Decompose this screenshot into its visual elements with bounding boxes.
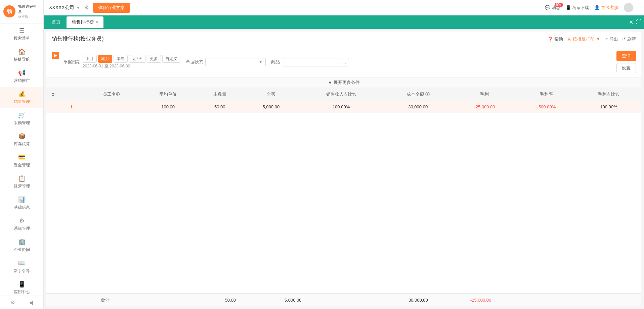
sidebar-item-enterprise[interactable]: 🏢 企业协同 [0, 235, 43, 256]
table-header-row: ⚙ 员工名称 平均单价 主数量 全额 销售收入占比% 成本全额 ⓘ 毛利 毛利率… [46, 88, 641, 101]
print-button[interactable]: 🖨 按模板打印 ▼ [567, 36, 600, 42]
row-gross-pct: 100.00% [576, 101, 641, 113]
filter-toggle-icon[interactable]: ▶ [52, 52, 59, 59]
filter-bar: ▶ 单据日期 上月 本月 本年 近7天 [46, 47, 641, 78]
sidebar-item-purchase[interactable]: 🛒 采购管理 [0, 108, 43, 129]
date-btn-more[interactable]: 更多 [147, 55, 161, 63]
page-title: 销售排行榜(按业务员) [52, 36, 104, 43]
row-amount: 5,000.00 [243, 101, 299, 113]
sidebar-item-search[interactable]: ☰ 搜索菜单 [0, 23, 43, 45]
data-table: ⚙ 员工名称 平均单价 主数量 全额 销售收入占比% 成本全额 ⓘ 毛利 毛利率… [46, 88, 641, 113]
footer-gross-profit: -25,000.00 [449, 298, 512, 303]
tab-home[interactable]: 首页 [46, 16, 66, 28]
company-selector[interactable]: XXXXX公司 ▼ [49, 5, 80, 11]
sidebar-nav: ☰ 搜索菜单 🏠 快捷导航 📢 营销推广 💰 销售管理 🛒 采购管理 📦 库存核… [0, 23, 43, 296]
filter-collapse-btn[interactable]: ▶ [52, 51, 59, 59]
topbar-settings-icon[interactable]: ⚙ [84, 4, 89, 11]
refresh-icon: ↺ [622, 37, 626, 42]
tabbar: 首页 销售排行榜 × ✕ ⛶ [44, 15, 644, 29]
help-button[interactable]: ❓ 帮助 [548, 36, 563, 42]
sidebar-item-system[interactable]: ⚙ 系统管理 [0, 214, 43, 235]
sidebar-item-marketing[interactable]: 📢 营销推广 [0, 66, 43, 87]
sidebar-item-app-center[interactable]: 📱 应用中心 [0, 277, 43, 296]
company-name: XXXXX公司 [49, 5, 74, 11]
restore-window-icon[interactable]: ⛶ [636, 19, 641, 25]
topbar: XXXXX公司 ▼ ⚙ 体验行业方案 💬 消息 99+ 📱 App下载 👤 在线… [44, 0, 644, 15]
sidebar-item-label: 采购管理 [14, 120, 30, 126]
date-btn-this-year[interactable]: 本年 [114, 55, 128, 63]
tabbar-right: ✕ ⛶ [629, 19, 641, 25]
status-select[interactable]: ▼ [205, 58, 266, 66]
sidebar-item-basic-info[interactable]: 📊 基础信息 [0, 193, 43, 214]
tab-active-label: 销售排行榜 [72, 19, 94, 25]
col-settings-icon[interactable]: ⚙ [51, 92, 55, 97]
refresh-button[interactable]: ↺ 刷新 [622, 36, 636, 42]
sidebar-item-operations[interactable]: 📋 经营管理 [0, 171, 43, 193]
col-sales-pct: 销售收入占比% [299, 88, 384, 101]
sidebar-logo: 畅 畅康通好生意 标准版 [0, 0, 43, 23]
col-amount: 全额 [243, 88, 299, 101]
sidebar-item-inventory[interactable]: 📦 库存核算 [0, 129, 43, 150]
sidebar-item-label: 营销推广 [14, 78, 30, 84]
help-icon: ❓ [548, 37, 553, 42]
finance-icon: 💳 [18, 154, 26, 161]
date-btn-last-month[interactable]: 上月 [83, 55, 97, 63]
message-icon: 💬 [545, 5, 550, 10]
app-download-button[interactable]: 📱 App下载 [566, 5, 589, 11]
col-gross-pct: 毛利占比% [576, 88, 641, 101]
app-icon: 📱 [566, 5, 571, 10]
tab-close-icon[interactable]: × [96, 20, 98, 24]
sidebar-item-finance[interactable]: 💳 资金管理 [0, 150, 43, 171]
online-service-button[interactable]: 👤 在线客服 [594, 5, 618, 11]
date-filter-content: 上月 本月 本年 近7天 更多 自定义 2023-06-01 至 2023-06… [83, 55, 180, 69]
goods-more-icon[interactable]: ... [342, 60, 346, 65]
close-all-tabs-icon[interactable]: ✕ [629, 19, 633, 25]
expand-label: 展开更多条件 [334, 80, 360, 86]
footer-cost-amount: 30,000.00 [387, 298, 449, 303]
sidebar-item-label: 应用中心 [14, 289, 30, 295]
basic-info-icon: 📊 [18, 196, 26, 203]
date-btn-this-month[interactable]: 本月 [98, 55, 112, 63]
sidebar-item-label: 系统管理 [14, 226, 30, 231]
query-button[interactable]: 查询 [616, 51, 636, 61]
sidebar-item-label: 销售管理 [14, 99, 30, 105]
status-filter: 单据状态 ▼ [186, 58, 266, 66]
date-btn-custom[interactable]: 自定义 [162, 55, 180, 63]
row-gross-margin: -500.00% [517, 101, 576, 113]
page-header: 销售排行榜(按业务员) ❓ 帮助 🖨 按模板打印 ▼ ↗ 导出 [46, 32, 641, 47]
print-icon: 🖨 [567, 37, 571, 42]
expand-icon: ▼ [328, 80, 332, 85]
footer-amount: 5,000.00 [262, 298, 324, 303]
sidebar-collapse-icon[interactable]: ◀ [29, 299, 33, 306]
row-rank: 1 [60, 101, 83, 113]
date-btn-7days[interactable]: 近7天 [129, 55, 145, 63]
sidebar-item-guide[interactable]: 📖 新手引导 [0, 256, 43, 277]
search-menu-icon: ☰ [19, 27, 25, 34]
header-actions: ❓ 帮助 🖨 按模板打印 ▼ ↗ 导出 ↺ 刷新 [548, 36, 636, 42]
sidebar-settings-icon[interactable]: ⚙ [10, 299, 15, 306]
service-label: 在线客服 [601, 5, 618, 11]
sidebar-item-quick-nav[interactable]: 🏠 快捷导航 [0, 45, 43, 66]
app-center-icon: 📱 [18, 280, 26, 288]
date-filter: 单据日期 上月 本月 本年 近7天 更多 自定义 20 [63, 55, 180, 69]
user-avatar[interactable] [624, 3, 633, 12]
table-container: ⚙ 员工名称 平均单价 主数量 全额 销售收入占比% 成本全额 ⓘ 毛利 毛利率… [46, 88, 641, 293]
tab-sales-ranking[interactable]: 销售排行榜 × [67, 16, 103, 28]
footer-row: 合计 50.00 5,000.00 30,000.00 -25,000.00 [46, 297, 641, 303]
message-button[interactable]: 💬 消息 99+ [545, 5, 560, 11]
sidebar-item-label: 库存核算 [14, 141, 30, 147]
settings-button[interactable]: 设置 [616, 63, 636, 73]
trial-button[interactable]: 体验行业方案 [93, 3, 130, 13]
sidebar-item-sales[interactable]: 💰 销售管理 [0, 87, 43, 108]
col-rank [60, 88, 83, 101]
export-button[interactable]: ↗ 导出 [604, 36, 618, 42]
expand-bar: ▼ 展开更多条件 [46, 78, 641, 88]
col-settings: ⚙ [46, 88, 60, 101]
export-icon: ↗ [604, 37, 608, 42]
expand-conditions-button[interactable]: ▼ 展开更多条件 [328, 80, 360, 86]
goods-input-field[interactable]: ... [282, 58, 349, 66]
system-icon: ⚙ [19, 217, 25, 224]
sidebar: 畅 畅康通好生意 标准版 ☰ 搜索菜单 🏠 快捷导航 📢 营销推广 💰 销售管理… [0, 0, 44, 309]
inventory-icon: 📦 [18, 133, 26, 140]
logo-icon: 畅 [3, 5, 15, 17]
